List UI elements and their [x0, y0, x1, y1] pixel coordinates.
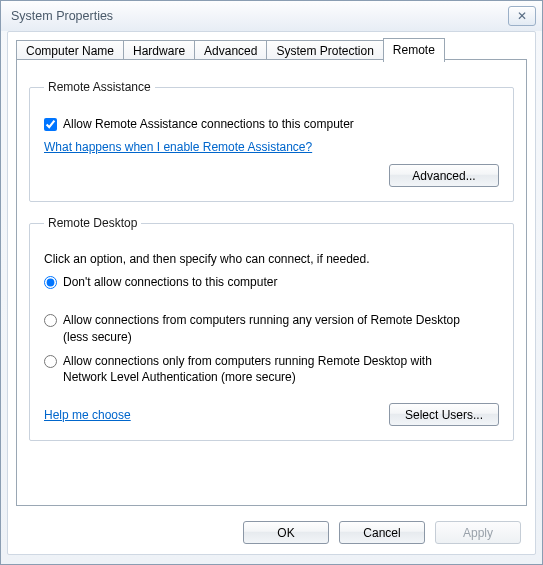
- radio-allow-nla[interactable]: [44, 355, 57, 368]
- link-help-me-choose[interactable]: Help me choose: [44, 408, 131, 422]
- client-area: Computer Name Hardware Advanced System P…: [7, 31, 536, 555]
- link-what-happens[interactable]: What happens when I enable Remote Assist…: [44, 140, 312, 154]
- checkbox-allow-remote-assistance-label: Allow Remote Assistance connections to t…: [63, 116, 354, 132]
- window: System Properties ✕ Computer Name Hardwa…: [0, 0, 543, 565]
- close-icon: ✕: [517, 10, 527, 22]
- instruction-text: Click an option, and then specify who ca…: [44, 252, 499, 266]
- window-close-button[interactable]: ✕: [508, 6, 536, 26]
- radio-dont-allow[interactable]: [44, 276, 57, 289]
- checkbox-allow-remote-assistance[interactable]: [44, 118, 57, 131]
- group-remote-desktop: Remote Desktop Click an option, and then…: [29, 216, 514, 441]
- tab-page-remote: Remote Assistance Allow Remote Assistanc…: [16, 59, 527, 506]
- cancel-button[interactable]: Cancel: [339, 521, 425, 544]
- tab-remote[interactable]: Remote: [383, 38, 445, 62]
- title-bar: System Properties ✕: [1, 1, 542, 31]
- legend-remote-desktop: Remote Desktop: [44, 216, 141, 230]
- radio-allow-any-version[interactable]: [44, 314, 57, 327]
- radio-dont-allow-label: Don't allow connections to this computer: [63, 274, 277, 290]
- advanced-button[interactable]: Advanced...: [389, 164, 499, 187]
- dialog-buttons: OK Cancel Apply: [243, 521, 521, 544]
- radio-allow-nla-label: Allow connections only from computers ru…: [63, 353, 473, 385]
- window-title: System Properties: [11, 9, 113, 23]
- apply-button[interactable]: Apply: [435, 521, 521, 544]
- select-users-button[interactable]: Select Users...: [389, 403, 499, 426]
- group-remote-assistance: Remote Assistance Allow Remote Assistanc…: [29, 80, 514, 202]
- legend-remote-assistance: Remote Assistance: [44, 80, 155, 94]
- radio-allow-any-version-label: Allow connections from computers running…: [63, 312, 473, 344]
- ok-button[interactable]: OK: [243, 521, 329, 544]
